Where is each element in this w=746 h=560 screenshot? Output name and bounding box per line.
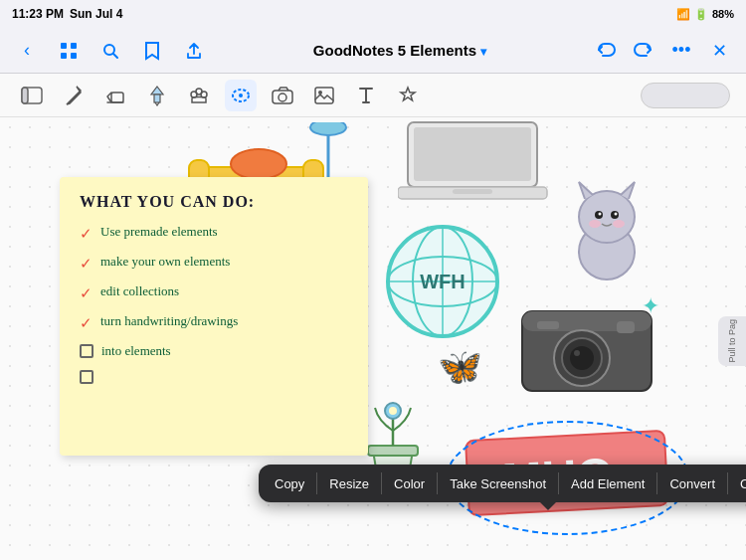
- close-button[interactable]: ✕: [702, 34, 736, 68]
- grid-button[interactable]: [52, 34, 86, 68]
- camera-sticker[interactable]: ✦: [517, 291, 666, 401]
- battery-icon: 🔋: [694, 8, 708, 21]
- svg-rect-28: [414, 127, 531, 181]
- status-date: Sun Jul 4: [70, 7, 122, 21]
- bookmark-button[interactable]: [135, 34, 169, 68]
- pull-tab[interactable]: Pull to Pag: [718, 316, 746, 366]
- menu-convert[interactable]: Convert: [657, 465, 727, 502]
- svg-rect-2: [61, 53, 67, 59]
- svg-point-38: [579, 191, 635, 243]
- svg-point-41: [599, 213, 602, 216]
- sticky-item-4: ✓ turn handwriting/drawings: [80, 312, 348, 334]
- pen-tool[interactable]: [58, 80, 90, 111]
- sticky-note: WHAT YOU CAN DO: ✓ Use premade elements …: [60, 177, 368, 456]
- sticky-item-text-5: into elements: [101, 342, 171, 360]
- checkmark-2: ✓: [80, 254, 93, 275]
- svg-point-16: [279, 93, 286, 101]
- sticky-item-2: ✓ make your own elements: [80, 253, 348, 275]
- status-time: 11:23 PM: [12, 7, 64, 21]
- svg-rect-51: [617, 321, 635, 333]
- canvas[interactable]: WFH: [0, 117, 746, 560]
- wfh-sticker[interactable]: WFH: [378, 217, 507, 346]
- svg-point-42: [615, 213, 618, 216]
- sticky-item-3: ✓ edit collections: [80, 282, 348, 304]
- checkbox-6: [80, 370, 93, 384]
- battery-percent: 88%: [712, 8, 734, 20]
- menu-color[interactable]: Color: [382, 465, 437, 502]
- checkmark-1: ✓: [80, 224, 93, 245]
- svg-text:✦: ✦: [642, 293, 659, 318]
- svg-rect-54: [368, 446, 418, 456]
- menu-add-element[interactable]: Add Element: [559, 465, 656, 502]
- drawing-toolbar: [0, 74, 746, 117]
- svg-rect-0: [61, 43, 67, 49]
- cookie-sticker: 🦋: [438, 346, 487, 396]
- search-button[interactable]: [93, 34, 127, 68]
- context-menu: Copy Resize Color Take Screenshot Add El…: [259, 465, 746, 502]
- menu-take-screenshot[interactable]: Take Screenshot: [438, 465, 558, 502]
- document-title: GoodNotes 5 Elements ▾: [219, 42, 581, 59]
- sticky-item-text-3: edit collections: [100, 282, 179, 300]
- undo-button[interactable]: [589, 34, 623, 68]
- svg-rect-7: [22, 88, 28, 103]
- share-button[interactable]: [177, 34, 211, 68]
- svg-line-5: [113, 54, 117, 58]
- svg-rect-17: [315, 88, 333, 103]
- svg-rect-30: [453, 189, 492, 194]
- svg-rect-8: [111, 93, 123, 102]
- redo-button[interactable]: [627, 34, 660, 68]
- sticky-item-6: [80, 368, 348, 384]
- svg-point-57: [389, 407, 397, 415]
- sticky-item-5: into elements: [80, 342, 348, 360]
- svg-point-50: [574, 350, 580, 356]
- checkmark-4: ✓: [80, 313, 93, 334]
- status-bar: 11:23 PM Sun Jul 4 📶 🔋 88%: [0, 0, 746, 28]
- svg-point-49: [570, 346, 594, 370]
- svg-point-20: [310, 122, 346, 135]
- laptop-sticker[interactable]: [398, 117, 562, 207]
- checkbox-5: [80, 344, 93, 358]
- wifi-icon: 📶: [676, 8, 690, 21]
- svg-rect-9: [154, 94, 160, 102]
- checkmark-3: ✓: [80, 283, 93, 304]
- pull-tab-text: Pull to Pag: [727, 319, 737, 363]
- search-bar[interactable]: [641, 83, 730, 108]
- image-tool[interactable]: [308, 80, 340, 111]
- text-tool[interactable]: [350, 80, 382, 111]
- lasso-tool[interactable]: [225, 80, 257, 111]
- sticky-note-title: WHAT YOU CAN DO:: [80, 193, 348, 211]
- back-button[interactable]: ‹: [10, 34, 44, 68]
- sidebar-toggle-tool[interactable]: [16, 80, 48, 111]
- sticker-tool[interactable]: [392, 80, 424, 111]
- sticky-item-text-1: Use premade elements: [100, 223, 218, 241]
- svg-rect-3: [71, 53, 77, 59]
- eraser-tool[interactable]: [99, 80, 131, 111]
- top-toolbar: ‹ GoodNotes 5 Elements ▾: [0, 28, 746, 74]
- hand-tool[interactable]: [183, 80, 215, 111]
- camera-tool[interactable]: [267, 80, 298, 111]
- svg-point-24: [231, 149, 286, 179]
- more-button[interactable]: •••: [664, 34, 698, 68]
- svg-rect-52: [537, 321, 559, 329]
- sticky-item-1: ✓ Use premade elements: [80, 223, 348, 245]
- highlighter-tool[interactable]: [141, 80, 173, 111]
- svg-point-14: [239, 93, 243, 97]
- svg-text:WFH: WFH: [420, 271, 466, 292]
- svg-rect-1: [71, 43, 77, 49]
- sticky-item-text-2: make your own elements: [100, 253, 230, 271]
- menu-resize[interactable]: Resize: [317, 465, 381, 502]
- menu-cut[interactable]: Cut: [728, 465, 746, 502]
- sticky-item-text-4: turn handwriting/drawings: [100, 312, 238, 330]
- svg-point-43: [589, 220, 601, 228]
- svg-point-44: [613, 220, 625, 228]
- cat-sticker[interactable]: [557, 177, 656, 286]
- title-dropdown-icon[interactable]: ▾: [480, 45, 486, 59]
- menu-copy[interactable]: Copy: [263, 465, 316, 502]
